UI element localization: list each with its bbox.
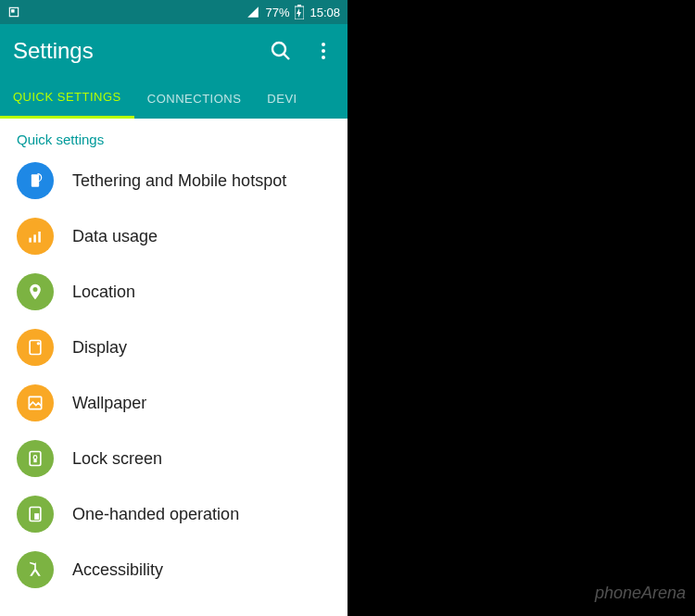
tab-bar: QUICK SETTINGS CONNECTIONS DEVI xyxy=(0,78,348,119)
access-icon xyxy=(17,551,54,588)
wallpaper-icon xyxy=(17,384,54,421)
item-label: Accessibility xyxy=(72,560,163,580)
section-header: Quick settings xyxy=(0,119,348,153)
settings-list[interactable]: Quick settings Tethering and Mobile hots… xyxy=(0,119,348,616)
location-icon xyxy=(17,273,54,310)
data-icon xyxy=(17,218,54,255)
status-bar: 77% 15:08 xyxy=(0,0,348,24)
search-icon[interactable] xyxy=(270,40,292,62)
svg-rect-11 xyxy=(33,234,36,242)
watermark: phoneArena xyxy=(595,584,686,603)
item-label: Data usage xyxy=(72,227,158,246)
list-item[interactable]: Display xyxy=(0,320,348,375)
svg-rect-10 xyxy=(29,238,31,243)
svg-rect-1 xyxy=(11,9,15,13)
list-item[interactable]: Location xyxy=(0,264,348,320)
item-label: Lock screen xyxy=(72,449,162,469)
list-item[interactable]: Tethering and Mobile hotspot xyxy=(0,153,348,208)
list-item[interactable]: Accessibility xyxy=(0,542,348,597)
list-item[interactable]: Wallpaper xyxy=(0,375,348,431)
tab-quick-settings[interactable]: QUICK SETTINGS xyxy=(0,78,134,119)
svg-rect-19 xyxy=(34,513,39,520)
svg-rect-17 xyxy=(33,459,36,462)
battery-pct: 77% xyxy=(265,6,289,19)
svg-point-14 xyxy=(37,342,40,345)
svg-rect-15 xyxy=(29,396,41,409)
item-label: Tethering and Mobile hotspot xyxy=(72,171,286,191)
item-label: Location xyxy=(72,283,135,302)
list-item[interactable]: Lock screen xyxy=(0,431,348,486)
battery-charging-icon xyxy=(295,5,304,19)
item-label: Display xyxy=(72,338,127,358)
svg-point-7 xyxy=(322,49,325,53)
screenshot-icon xyxy=(7,6,20,19)
item-label: Wallpaper xyxy=(72,394,146,413)
list-item[interactable]: Data usage xyxy=(0,208,348,264)
svg-point-8 xyxy=(322,56,325,59)
item-label: One-handed operation xyxy=(72,505,239,524)
tether-icon xyxy=(17,162,54,199)
display-icon xyxy=(17,329,54,366)
left-phone: 77% 15:08 Settings QUICK SETTINGS CONNEC… xyxy=(0,0,348,616)
lock-icon xyxy=(17,440,54,477)
svg-point-4 xyxy=(272,43,285,56)
onehand-icon xyxy=(17,496,54,533)
app-header: Settings xyxy=(0,24,348,78)
svg-line-5 xyxy=(284,54,289,59)
list-item[interactable]: One-handed operation xyxy=(0,486,348,542)
clock: 15:08 xyxy=(310,6,340,19)
tab-device[interactable]: DEVI xyxy=(254,78,297,119)
overflow-menu-icon[interactable] xyxy=(312,40,335,62)
svg-rect-3 xyxy=(297,5,301,6)
page-title: Settings xyxy=(13,38,94,64)
svg-rect-12 xyxy=(38,232,41,243)
svg-rect-9 xyxy=(32,174,39,186)
signal-icon xyxy=(246,6,259,19)
tab-connections[interactable]: CONNECTIONS xyxy=(134,78,255,119)
svg-point-6 xyxy=(322,43,325,46)
